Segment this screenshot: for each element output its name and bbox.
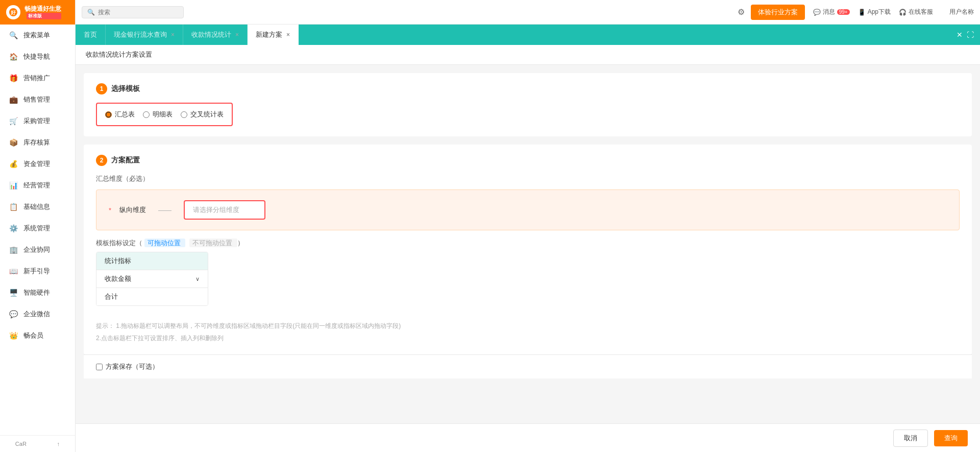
sidebar-item-hardware[interactable]: 🖥️ 智能硬件 [0, 282, 75, 303]
tab-new-plan-label: 新建方案 [256, 30, 282, 39]
sidebar-label-operations: 经营管理 [23, 181, 67, 190]
sidebar-item-system[interactable]: ⚙️ 系统管理 [0, 218, 75, 239]
sidebar-label-enterprise: 企业协同 [23, 245, 67, 254]
tab-bank-flow[interactable]: 现金银行流水查询 × [106, 25, 183, 45]
search-menu-icon: 🔍 [8, 31, 18, 39]
tab-collection-stat-close[interactable]: × [235, 31, 239, 38]
radio-detail-label: 明细表 [153, 110, 173, 119]
gear-icon[interactable]: ⚙ [738, 7, 745, 17]
app-download-action[interactable]: 📱 App下载 [858, 8, 891, 16]
tip-line-1: 提示： 1.拖动标题栏可以调整布局，不可跨维度或指标区域拖动栏目字段(只能在同一… [96, 320, 960, 332]
tab-new-plan[interactable]: 新建方案 × [248, 25, 299, 45]
step2-num: 2 [96, 155, 107, 166]
radio-detail[interactable]: 明细表 [143, 110, 173, 119]
sidebar-label-basic-info: 基础信息 [23, 202, 67, 211]
step1-section: 1 选择模板 汇总表 明细表 [84, 73, 972, 136]
dimension-placeholder: 请选择分组维度 [193, 206, 239, 213]
vertical-label: 纵向维度 [119, 205, 146, 215]
service-action[interactable]: 🎧 在线客服 [899, 8, 933, 16]
topbar-search-box[interactable]: 🔍 [82, 6, 184, 18]
logo-icon: 好 [6, 5, 20, 19]
basic-info-icon: 📋 [8, 203, 18, 211]
sidebar-item-enterprise[interactable]: 🏢 企业协同 [0, 239, 75, 260]
indicator-header: 模板指标设定（ 可拖动位置 不可拖动位置 ） [96, 239, 960, 248]
sidebar-item-basic-info[interactable]: 📋 基础信息 [0, 196, 75, 218]
service-label: 在线客服 [909, 8, 933, 16]
search-input[interactable] [98, 9, 175, 16]
radio-cross-input[interactable] [181, 111, 187, 118]
tip-line-2: 2.点击标题栏下拉可设置排序、插入列和删除列 [96, 332, 960, 344]
step2-label: 方案配置 [111, 156, 140, 165]
member-icon: 👑 [8, 331, 18, 340]
sidebar-item-marketing[interactable]: 🎁 营销推广 [0, 67, 75, 89]
industry-btn[interactable]: 体验行业方案 [751, 5, 805, 20]
step1-num: 1 [96, 83, 107, 94]
tab-home[interactable]: 首页 [76, 25, 106, 45]
tips-section: 提示： 1.拖动标题栏可以调整布局，不可跨维度或指标区域拖动栏目字段(只能在同一… [96, 320, 960, 344]
tab-bank-flow-close[interactable]: × [171, 31, 175, 38]
not-draggable-badge: 不可拖动位置 [189, 239, 237, 247]
sidebar-item-wechat[interactable]: 💬 企业微信 [0, 303, 75, 325]
page-body: 1 选择模板 汇总表 明细表 [76, 65, 980, 423]
tabbar-expand-icon[interactable]: ⛶ [967, 31, 974, 39]
tip1-text: 提示： 1.拖动标题栏可以调整布局，不可跨维度或指标区域拖动栏目字段(只能在同一… [96, 320, 401, 332]
amount-dropdown-icon[interactable]: ∨ [195, 276, 200, 282]
indicator-header-text: 模板指标设定（ 可拖动位置 不可拖动位置 ） [96, 239, 244, 248]
tab-new-plan-close[interactable]: × [286, 31, 290, 38]
radio-summary[interactable]: 汇总表 [105, 110, 135, 119]
radio-detail-input[interactable] [143, 111, 150, 118]
inventory-icon: 📦 [8, 138, 18, 147]
service-icon: 🎧 [899, 9, 906, 16]
sidebar-bottom-btn2[interactable]: ↑ [57, 441, 60, 447]
sidebar-item-guide[interactable]: 📖 新手引导 [0, 260, 75, 282]
sidebar-bottom-btn1[interactable]: CaR [15, 441, 27, 447]
tip2-text: 2.点击标题栏下拉可设置排序、插入列和删除列 [96, 332, 224, 344]
message-label: 消息 [823, 8, 835, 16]
logo-text: 畅捷通好生意 [24, 5, 61, 13]
sidebar-label-marketing: 营销推广 [23, 74, 67, 83]
operations-icon: 📊 [8, 181, 18, 189]
dimension-area: * 纵向维度 —— 请选择分组维度 [96, 189, 960, 230]
content-area: 收款情况统计方案设置 1 选择模板 汇总表 [76, 45, 980, 452]
cancel-button[interactable]: 取消 [893, 430, 928, 447]
wechat-icon: 💬 [8, 310, 18, 318]
sidebar-item-purchase[interactable]: 🛒 采购管理 [0, 110, 75, 132]
dimension-select[interactable]: 请选择分组维度 [184, 200, 265, 220]
logo-badge: 标准版 [27, 13, 61, 19]
amount-row-header[interactable]: 收款金额 ∨ [96, 270, 208, 288]
enterprise-icon: 🏢 [8, 246, 18, 254]
sidebar-item-sales[interactable]: 💼 销售管理 [0, 89, 75, 110]
template-radio-group: 汇总表 明细表 交叉统计表 [105, 110, 224, 119]
sidebar-bottom: CaR ↑ [0, 435, 75, 452]
total-row: 合计 [96, 288, 208, 305]
sidebar-item-inventory[interactable]: 📦 库存核算 [0, 132, 75, 153]
step2-title: 2 方案配置 [96, 155, 960, 166]
sidebar-item-finance[interactable]: 💰 资金管理 [0, 153, 75, 175]
tab-collection-stat[interactable]: 收款情况统计 × [183, 25, 248, 45]
sidebar-label-sales: 销售管理 [23, 95, 67, 104]
save-checkbox[interactable] [96, 364, 103, 370]
message-icon: 💬 [813, 9, 821, 16]
radio-summary-input[interactable] [105, 111, 112, 118]
message-action[interactable]: 💬 消息 99+ [813, 8, 850, 16]
template-options-border: 汇总表 明细表 交叉统计表 [96, 103, 233, 126]
radio-cross-label: 交叉统计表 [190, 110, 224, 119]
sidebar-item-member[interactable]: 👑 畅会员 [0, 325, 75, 346]
sidebar-label-inventory: 库存核算 [23, 138, 67, 147]
query-button[interactable]: 查询 [934, 430, 968, 446]
tabbar-close-icon[interactable]: ✕ [957, 31, 963, 39]
sidebar-item-search-menu[interactable]: 🔍 搜索菜单 [0, 25, 75, 46]
app-icon: 📱 [858, 9, 866, 16]
topbar-user[interactable]: 用户名称 [949, 8, 974, 16]
total-label: 合计 [105, 293, 118, 300]
radio-cross[interactable]: 交叉统计表 [181, 110, 224, 119]
tabbar: 首页 现金银行流水查询 × 收款情况统计 × 新建方案 × ✕ ⛶ [76, 25, 980, 45]
sidebar-item-operations[interactable]: 📊 经营管理 [0, 175, 75, 196]
indicator-table: 统计指标 收款金额 ∨ 合计 [96, 252, 208, 306]
dimension-label: 汇总维度（必选） [96, 174, 960, 183]
save-label: 方案保存（可选） [106, 362, 159, 371]
tab-bank-flow-label: 现金银行流水查询 [114, 30, 167, 39]
sidebar-label-quick-nav: 快捷导航 [23, 52, 67, 61]
sidebar-item-quick-nav[interactable]: 🏠 快捷导航 [0, 46, 75, 67]
draggable-badge: 可拖动位置 [144, 239, 186, 247]
